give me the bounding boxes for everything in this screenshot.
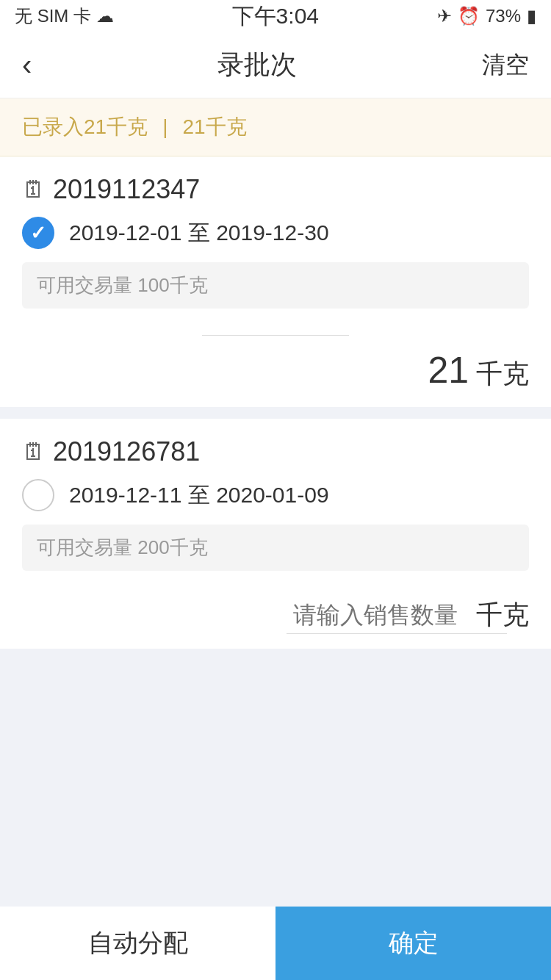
amount-unit-1: 千克: [476, 356, 529, 392]
batch-qty-1: 可用交易量 100千克: [22, 262, 529, 309]
amount-row-1: 21 千克: [0, 323, 551, 407]
back-button[interactable]: ‹: [22, 48, 32, 82]
battery-level: 73%: [486, 6, 521, 26]
quantity-input-2[interactable]: [278, 602, 469, 629]
section-divider: [0, 407, 551, 419]
radio-button-1[interactable]: [22, 217, 54, 249]
bottom-bar: 自动分配 确定: [0, 907, 551, 980]
batch-item-2: 🗓 2019126781 2019-12-11 至 2020-01-09 可用交…: [0, 419, 551, 649]
radio-button-2[interactable]: [22, 479, 54, 511]
batch-item-1: 🗓 2019112347 2019-12-01 至 2019-12-30 可用交…: [0, 156, 551, 407]
input-divider: [287, 633, 507, 634]
batch-date-1: 2019-12-01 至 2019-12-30: [69, 218, 329, 248]
batch-qty-2: 可用交易量 200千克: [22, 525, 529, 571]
summary-label: 已录入21千克: [22, 113, 148, 141]
clear-button[interactable]: 清空: [482, 49, 529, 82]
amount-value-1: 21: [428, 349, 469, 392]
summary-value: 21千克: [182, 113, 246, 141]
nav-bar: ‹ 录批次 清空: [0, 32, 551, 98]
input-row-2: 千克: [0, 586, 551, 649]
status-left: 无 SIM 卡 ☁: [15, 4, 114, 28]
summary-bar: 已录入21千克 | 21千克: [0, 98, 551, 156]
batch-id-1: 2019112347: [53, 174, 200, 205]
batch-icon-1: 🗓: [22, 176, 46, 203]
summary-divider: |: [162, 115, 168, 139]
batch-header-1: 🗓 2019112347: [0, 156, 551, 211]
status-right: ✈ ⏰ 73% ▮: [437, 6, 536, 26]
sim-label: 无 SIM 卡 ☁: [15, 4, 114, 28]
batch-date-2: 2019-12-11 至 2020-01-09: [69, 480, 329, 511]
batch-date-row-1[interactable]: 2019-12-01 至 2019-12-30: [0, 211, 551, 255]
unit-label-2: 千克: [476, 597, 529, 633]
batch-id-2: 2019126781: [53, 436, 200, 467]
batch-date-row-2[interactable]: 2019-12-11 至 2020-01-09: [0, 473, 551, 517]
batch-header-2: 🗓 2019126781: [0, 419, 551, 473]
battery-icon: ▮: [527, 6, 536, 26]
status-time: 下午3:04: [232, 1, 319, 32]
location-icon: ✈: [437, 6, 452, 26]
page-title: 录批次: [217, 47, 297, 83]
confirm-button[interactable]: 确定: [276, 907, 551, 980]
auto-distribute-button[interactable]: 自动分配: [0, 907, 276, 980]
alarm-icon: ⏰: [458, 6, 480, 26]
status-bar: 无 SIM 卡 ☁ 下午3:04 ✈ ⏰ 73% ▮: [0, 0, 551, 32]
batch-icon-2: 🗓: [22, 439, 46, 466]
